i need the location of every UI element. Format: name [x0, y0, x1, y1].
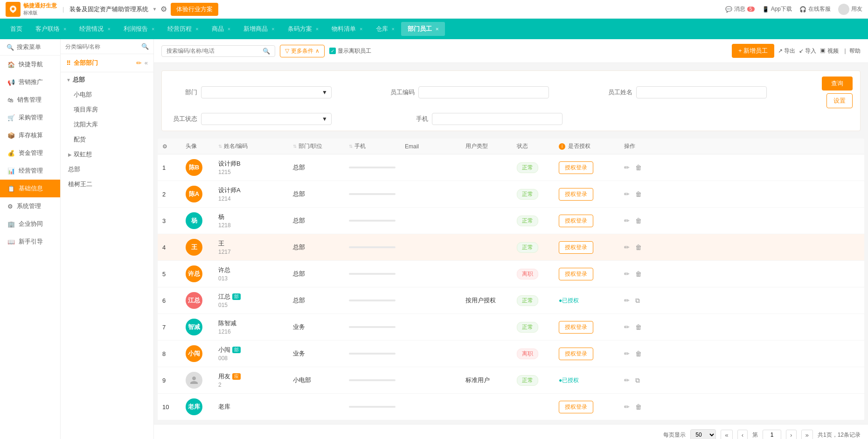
filter-search-button[interactable]: 查询 — [822, 77, 853, 91]
dept-item-zongbu-parent[interactable]: ▼ 总部 — [61, 72, 153, 87]
sidebar-item-capital[interactable]: 💰 资金管理 — [0, 144, 60, 162]
more-filter-btn[interactable]: ▽ 更多条件 ∧ — [280, 45, 325, 57]
sidebar-item-enterprise[interactable]: 🏢 企业协同 — [0, 215, 60, 233]
next-page-button[interactable]: › — [786, 430, 796, 439]
sidebar-item-quick-nav[interactable]: 🏠 快捷导航 — [0, 56, 60, 73]
prev-page-button[interactable]: ‹ — [737, 430, 748, 439]
auth-button[interactable]: 授权登录 — [559, 321, 593, 334]
edit-button[interactable]: ✏ — [624, 190, 630, 198]
close-tab-history[interactable]: × — [195, 26, 198, 32]
help-button[interactable]: ｜ 帮助 — [842, 47, 861, 55]
close-tab-department[interactable]: × — [436, 26, 438, 32]
sidebar-item-operations[interactable]: 📊 经营管理 — [0, 162, 60, 180]
dept-all-label[interactable]: 全部部门 — [74, 59, 98, 67]
message-action[interactable]: 💬 消息 5 — [725, 5, 755, 13]
show-resigned-toggle[interactable]: ✓ 显示离职员工 — [329, 47, 371, 55]
tab-profit[interactable]: 利润报告 × — [117, 22, 161, 36]
tab-history[interactable]: 经营历程 × — [161, 22, 205, 36]
tab-home[interactable]: 首页 — [4, 22, 29, 36]
auth-button[interactable]: 授权登录 — [559, 215, 593, 227]
edit-button[interactable]: ✏ — [624, 323, 630, 331]
delete-button[interactable]: 🗑 — [635, 244, 642, 251]
filter-reset-button[interactable]: 设置 — [826, 93, 853, 108]
filter-dept-select[interactable]: ▼ — [201, 86, 332, 98]
auth-button[interactable]: 授权登录 — [559, 188, 593, 201]
tab-operations[interactable]: 经营情况 × — [73, 22, 117, 36]
search-icon-emp[interactable]: 🔍 — [263, 48, 270, 55]
sidebar-item-inventory[interactable]: 📦 库存核算 — [0, 126, 60, 144]
dept-item-project[interactable]: 项目库房 — [61, 102, 153, 117]
first-page-button[interactable]: « — [721, 430, 732, 439]
close-tab-barcode[interactable]: × — [316, 26, 319, 32]
delete-button[interactable]: 🗑 — [635, 323, 642, 331]
export-button[interactable]: ↗ 导出 — [778, 47, 795, 55]
page-input[interactable] — [763, 430, 781, 439]
dept-item-zhishu[interactable]: 植树王二 — [61, 177, 153, 192]
online-service-action[interactable]: 🎧 在线客服 — [799, 5, 831, 13]
auth-button[interactable]: 授权登录 — [559, 268, 593, 280]
close-tab-operations[interactable]: × — [107, 26, 110, 32]
delete-button[interactable]: 🗑 — [635, 217, 642, 224]
sidebar-item-system[interactable]: ⚙ 系统管理 — [0, 197, 60, 215]
dept-item-xiaodian[interactable]: 小电部 — [61, 87, 153, 102]
sidebar-item-purchase[interactable]: 🛒 采购管理 — [0, 109, 60, 126]
delete-button[interactable]: 🗑 — [635, 403, 642, 411]
auth-button[interactable]: 授权登录 — [559, 241, 593, 254]
tab-goods[interactable]: 商品 × — [205, 22, 237, 36]
tab-new-goods[interactable]: 新增商品 × — [237, 22, 281, 36]
app-download-action[interactable]: 📱 App下载 — [762, 5, 792, 13]
edit-button[interactable]: ✏ — [624, 350, 630, 357]
settings-icon[interactable]: ⚙ — [160, 5, 167, 14]
sidebar-item-marketing[interactable]: 📢 营销推广 — [0, 73, 60, 91]
dept-item-zongbu[interactable]: 总部 — [61, 162, 153, 177]
dept-search-input[interactable] — [65, 43, 141, 50]
per-page-select[interactable]: 50 100 200 — [690, 429, 716, 439]
tab-bom[interactable]: 物料清单 × — [325, 22, 369, 36]
import-button[interactable]: ↙ 导入 — [799, 47, 816, 55]
user-action[interactable]: 用友 — [838, 4, 862, 15]
sidebar-search[interactable]: 🔍 搜索菜单 — [0, 39, 60, 56]
edit-button[interactable]: ✏ — [624, 270, 630, 278]
filter-phone-input[interactable] — [432, 113, 562, 125]
filter-empcode-input[interactable] — [418, 86, 549, 98]
dept-collapse-icon[interactable]: « — [145, 59, 148, 67]
auth-button[interactable]: 授权登录 — [559, 161, 593, 174]
edit-button[interactable]: ✏ — [624, 376, 630, 384]
auth-button[interactable]: 授权登录 — [559, 348, 593, 360]
dept-edit-icon[interactable]: ✏ — [136, 59, 142, 67]
edit-button[interactable]: ✏ — [624, 164, 630, 171]
sidebar-item-sales[interactable]: 🛍 销售管理 — [0, 91, 60, 109]
tab-department[interactable]: 部门员工 × — [401, 22, 445, 36]
close-tab-warehouse[interactable]: × — [392, 26, 395, 32]
view-button[interactable]: ▣ 视频 — [820, 47, 838, 55]
filter-empname-input[interactable] — [636, 86, 767, 98]
edit-button[interactable]: ✏ — [624, 403, 630, 411]
tab-warehouse[interactable]: 仓库 × — [369, 22, 401, 36]
emp-search-input[interactable] — [167, 48, 260, 54]
delete-button[interactable]: 🗑 — [635, 350, 642, 357]
delete-button[interactable]: 🗑 — [635, 270, 642, 278]
close-tab-bom[interactable]: × — [360, 26, 362, 32]
system-title-chevron[interactable]: ▼ — [152, 7, 157, 12]
copy-button[interactable]: ⧉ — [635, 376, 640, 384]
dept-item-shenyang[interactable]: 沈阳大库 — [61, 117, 153, 132]
sidebar-item-basic[interactable]: 📋 基础信息 — [0, 180, 60, 197]
sidebar-item-guide[interactable]: 📖 新手引导 — [0, 233, 60, 251]
tab-customer[interactable]: 客户联络 × — [29, 22, 73, 36]
edit-button[interactable]: ✏ — [624, 244, 630, 251]
close-tab-profit[interactable]: × — [152, 26, 154, 32]
last-page-button[interactable]: » — [801, 430, 813, 439]
tab-barcode[interactable]: 条码方案 × — [281, 22, 325, 36]
close-tab-new-goods[interactable]: × — [271, 26, 274, 32]
delete-button[interactable]: 🗑 — [635, 190, 642, 198]
close-tab-customer[interactable]: × — [63, 26, 66, 32]
close-tab-goods[interactable]: × — [228, 26, 230, 32]
add-employee-button[interactable]: + 新增员工 — [732, 44, 774, 58]
delete-button[interactable]: 🗑 — [635, 164, 642, 171]
dept-search-icon[interactable]: 🔍 — [141, 43, 149, 50]
edit-button[interactable]: ✏ — [624, 217, 630, 224]
filter-status-select[interactable]: ▼ — [201, 113, 332, 125]
copy-button[interactable]: ⧉ — [635, 297, 640, 304]
edit-button[interactable]: ✏ — [624, 297, 630, 304]
col-settings[interactable]: ⚙ — [158, 139, 181, 154]
